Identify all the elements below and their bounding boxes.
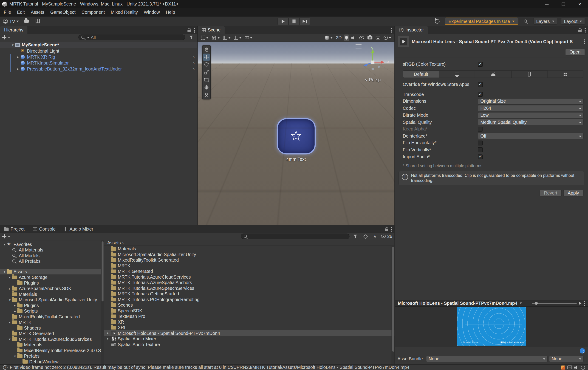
move-tool[interactable] (203, 53, 210, 61)
apply-button[interactable]: Apply (563, 190, 583, 196)
preview-play-icon[interactable] (579, 302, 582, 305)
folder-tree-row[interactable]: Plugins (0, 280, 104, 285)
skybox-dropdown[interactable] (211, 34, 221, 41)
layout-dropdown[interactable]: Layout (561, 18, 585, 25)
create-asset-button[interactable] (2, 233, 10, 240)
property-checkbox[interactable] (478, 154, 483, 159)
console-status-icon[interactable] (567, 365, 572, 369)
asset-list-row[interactable]: MRTK.Generated (104, 268, 395, 274)
minimize-button[interactable] (538, 0, 555, 8)
search-by-type-button[interactable] (352, 233, 359, 240)
property-dropdown[interactable]: Off (478, 133, 583, 139)
lighting-toggle[interactable] (344, 34, 349, 41)
folder-tree-row[interactable]: ▾ Favorites (0, 241, 104, 247)
tab-hierarchy[interactable]: Hierarchy (0, 26, 28, 34)
property-dropdown[interactable]: Original Size (478, 98, 583, 105)
assetbundle-variant-dropdown[interactable]: None (549, 356, 583, 362)
folder-tree-row[interactable]: MixedRealityToolkit.Generated (0, 314, 104, 319)
maximize-button[interactable] (555, 0, 571, 8)
effects-dropdown[interactable] (323, 34, 334, 41)
camera-settings-dropdown[interactable] (366, 34, 373, 41)
asset-list-row[interactable]: MRTK.Tutorials.AzureSpatialAnchors (104, 280, 395, 285)
chevron-down-icon[interactable] (520, 303, 522, 304)
folder-tree-row[interactable]: ▸ Plugins (0, 303, 104, 308)
asset-list-row[interactable]: ▸ Microsoft HoloLens - Spatial Sound-PTP… (104, 330, 395, 336)
folder-tree-row[interactable]: All Prefabs (0, 258, 104, 264)
save-search-button[interactable]: ★ (371, 233, 379, 240)
scrollbar-thumb[interactable] (102, 241, 103, 301)
asset-list-row[interactable]: SpeechSDK (104, 308, 395, 313)
menu-item[interactable]: File (1, 8, 14, 16)
property-dropdown[interactable]: Medium Spatial Quality (478, 119, 583, 125)
layers-dropdown[interactable]: Layers (533, 18, 557, 25)
hierarchy-item[interactable]: ▸ PressableButton_32x32mm_IconAndTextUnd… (0, 66, 197, 72)
prefab-chevron-icon[interactable]: › (193, 54, 197, 60)
folder-tree-row[interactable]: All Materials (0, 247, 104, 253)
expand-arrow-icon[interactable]: ▾ (2, 242, 7, 246)
asset-list-row[interactable]: Spatial Audio Texture (104, 341, 395, 347)
custom-tools-dropdown[interactable] (203, 91, 210, 98)
tab-windows-store-platform[interactable] (547, 71, 583, 78)
srgb-checkbox[interactable] (478, 62, 483, 67)
property-checkbox[interactable] (478, 141, 483, 145)
folder-tree-row[interactable]: ▾ Assets (0, 269, 104, 274)
assetbundle-dropdown[interactable]: None (426, 356, 547, 362)
folder-tree-row[interactable]: ▾ Prefabs (0, 353, 104, 359)
snap-increment-dropdown[interactable] (244, 34, 253, 41)
kebab-menu-icon[interactable] (391, 229, 392, 230)
asset-list-row[interactable]: Microsoft.SpatialAudio.Spatializer.Unity (104, 252, 395, 257)
folder-tree-row[interactable]: Shaders (0, 325, 104, 330)
folder-tree-row[interactable]: ▾ Azure Storage (0, 275, 104, 280)
close-button[interactable]: × (571, 0, 588, 8)
project-panel-tab[interactable]: Audio Mixer (60, 225, 97, 233)
expand-arrow-icon[interactable]: ▸ (13, 303, 17, 307)
expand-arrow-icon[interactable]: ▾ (2, 270, 7, 273)
snap-settings-dropdown[interactable] (233, 34, 242, 41)
gizmos-dropdown[interactable] (382, 34, 392, 41)
lock-icon[interactable] (385, 229, 388, 231)
audio-status-icon[interactable] (574, 365, 579, 370)
property-checkbox[interactable] (478, 82, 483, 87)
scrollbar-thumb[interactable] (392, 247, 394, 352)
hierarchy-item[interactable]: ▾ MySampleScene* (0, 42, 197, 48)
view-hand-tool[interactable] (203, 46, 210, 53)
expand-arrow-icon[interactable]: ▾ (8, 275, 12, 279)
asset-list-row[interactable]: Scenes (104, 302, 395, 308)
pressable-button-object[interactable]: ☆ (277, 118, 315, 154)
hierarchy-filter-button[interactable] (188, 33, 195, 41)
menu-item[interactable]: GameObject (47, 8, 79, 16)
lock-icon[interactable] (188, 29, 191, 32)
rotate-tool[interactable] (203, 61, 210, 68)
prefab-chevron-icon[interactable]: › (193, 66, 197, 72)
video-preview-area[interactable]: Spatial Sound Microsoft HoloLens (395, 307, 588, 347)
step-button[interactable] (299, 18, 310, 25)
spatial-audio-badge-icon[interactable] (580, 348, 585, 353)
grid-visibility-dropdown[interactable] (222, 34, 232, 41)
expand-arrow-icon[interactable]: ▸ (107, 337, 111, 340)
prefab-chevron-icon[interactable]: › (193, 60, 197, 66)
progress-spinner-icon[interactable] (581, 365, 585, 370)
version-control-status-icon[interactable] (561, 365, 565, 370)
list-scrollbar[interactable] (391, 246, 394, 364)
expand-arrow-icon[interactable]: ▸ (107, 331, 111, 335)
tab-scene[interactable]: Scene (198, 26, 225, 34)
revert-button[interactable]: Revert (540, 190, 562, 196)
folder-tree-row[interactable]: Materials (0, 342, 104, 348)
asset-list-row[interactable]: MRTK.Tutorials.AzureCloudServices (104, 274, 395, 279)
audio-toggle[interactable] (350, 34, 357, 41)
image-effects-toggle[interactable] (375, 34, 381, 41)
expand-arrow-icon[interactable]: ▾ (13, 354, 17, 358)
folder-tree-row[interactable]: ▸ AzureSpatialAnchors.SDK (0, 286, 104, 291)
rect-tool[interactable] (203, 76, 210, 83)
menu-item[interactable]: Mixed Reality (108, 8, 141, 16)
property-dropdown[interactable]: Low (478, 112, 583, 118)
expand-arrow-icon[interactable]: ▸ (16, 67, 21, 71)
menu-item[interactable]: Edit (14, 8, 28, 16)
kebab-menu-icon[interactable] (391, 29, 392, 31)
expand-arrow-icon[interactable]: ▾ (8, 298, 12, 302)
folder-tree-row[interactable]: All Models (0, 253, 104, 258)
account-dropdown[interactable]: TV (3, 17, 19, 25)
asset-list-row[interactable]: ▸ Spatial Audio Mixer (104, 336, 395, 341)
tab-standalone-platform[interactable] (439, 71, 475, 78)
expand-arrow-icon[interactable]: ▾ (8, 320, 12, 324)
